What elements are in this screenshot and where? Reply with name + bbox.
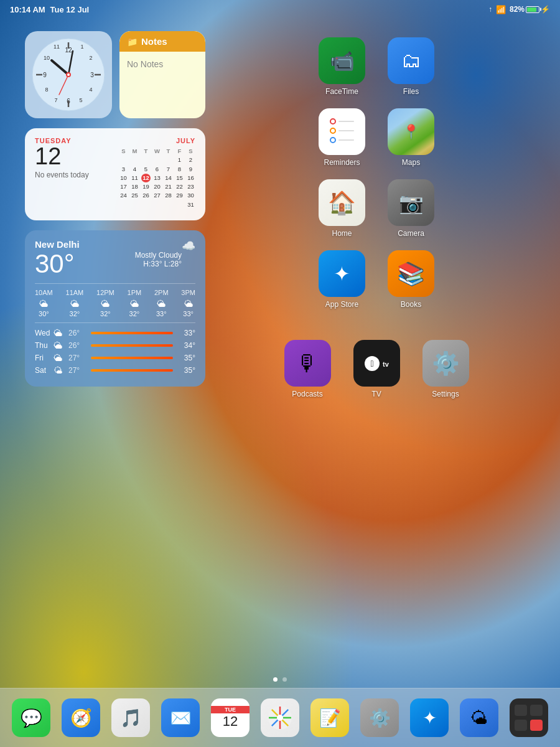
cal-month-section: JULY S M T W T F S	[119, 137, 195, 209]
home-label: Home	[332, 229, 352, 238]
cal-header-m: M	[130, 147, 139, 156]
app-row-3: 🏠 Home 📷 Camera	[218, 179, 535, 238]
music-symbol: 🎵	[120, 708, 142, 728]
camera-app[interactable]: 📷 Camera	[388, 179, 434, 238]
svg-text:5: 5	[79, 97, 82, 103]
dock-notes[interactable]: 📝	[310, 698, 349, 737]
podcasts-symbol: 🎙	[296, 350, 319, 377]
weather-dock-symbol: 🌤	[470, 708, 488, 728]
weather-hour-3pm: 3PM 🌥 33°	[181, 289, 195, 317]
app-row-2: Reminders 📍 Maps	[218, 108, 535, 167]
maps-label: Maps	[402, 158, 420, 167]
clock-face: 12 3 6 9 1 2 4 5 7 8 10 11	[31, 37, 106, 112]
reminders-app[interactable]: Reminders	[319, 108, 365, 167]
settings-dock-symbol: ⚙️	[369, 708, 391, 728]
cal-header-w: W	[152, 147, 162, 156]
dock-multiwindow[interactable]	[510, 698, 548, 737]
weather-description: Mostly Cloudy	[135, 251, 182, 260]
files-label: Files	[403, 87, 419, 96]
files-symbol: 🗂	[401, 49, 421, 72]
dock-appstore[interactable]: ✦	[410, 698, 449, 737]
maps-app[interactable]: 📍 Maps	[388, 108, 434, 167]
charging-icon: ⚡	[541, 5, 550, 14]
appstore-app[interactable]: ✦ App Store	[319, 250, 365, 309]
appstore-symbol: ✦	[334, 262, 350, 286]
left-column: 12 3 6 9 1 2 4 5 7 8 10 11	[25, 31, 205, 675]
settings-app[interactable]: ⚙️ Settings	[422, 340, 469, 398]
dock-mail[interactable]: ✉️	[161, 698, 200, 737]
dock-photos[interactable]	[261, 698, 299, 737]
cal-grid-header-row: S M T W T F S	[119, 147, 195, 156]
home-app[interactable]: 🏠 Home	[319, 179, 365, 238]
podcasts-app[interactable]: 🎙 Podcasts	[284, 340, 331, 398]
dock-settings[interactable]: ⚙️	[360, 698, 399, 737]
clock-widget[interactable]: 12 3 6 9 1 2 4 5 7 8 10 11	[25, 31, 112, 118]
dock-weather[interactable]: 🌤	[460, 698, 498, 737]
status-date: Tue 12 Jul	[50, 5, 90, 14]
status-time: 10:14 AM	[10, 5, 45, 14]
settings-label: Settings	[432, 390, 459, 398]
appstore-icon: ✦	[319, 250, 365, 297]
cal-header-s2: S	[186, 147, 195, 156]
notes-dock-icon: 📝	[310, 698, 349, 737]
svg-text:9: 9	[43, 72, 47, 78]
camera-label: Camera	[398, 229, 424, 238]
calendar-widget[interactable]: TUESDAY 12 No events today JULY S M T W …	[25, 128, 205, 220]
cal-week-6: 31	[119, 200, 195, 209]
weather-hourly: 10AM 🌥 30° 11AM 🌥 32° 12PM 🌥 32° 1PM 🌥	[35, 283, 195, 323]
notes-title: Notes	[141, 36, 167, 47]
tv-app[interactable]:  tv TV	[353, 340, 400, 398]
cal-header-t2: T	[164, 147, 173, 156]
notes-content: No Notes	[127, 59, 163, 69]
weather-widget[interactable]: New Delhi ☁️ 30° Mostly Cloudy H:33° L:2…	[25, 230, 205, 387]
right-column: 📹 FaceTime 🗂 Files	[218, 31, 535, 675]
notes-dock-symbol: 📝	[319, 708, 341, 728]
facetime-app[interactable]: 📹 FaceTime	[319, 37, 365, 96]
battery-percentage: 82%	[510, 5, 525, 14]
cal-header-f: F	[175, 147, 184, 156]
camera-symbol: 📷	[399, 191, 424, 215]
mail-dock-icon: ✉️	[161, 698, 200, 737]
dock-calendar[interactable]: TUE 12	[211, 698, 250, 737]
files-app[interactable]: 🗂 Files	[388, 37, 434, 96]
weather-cloud-icon: ☁️	[182, 239, 195, 253]
cal-week-3: 10 11 12 13 14 15 16	[119, 174, 195, 182]
weather-hour-2pm: 2PM 🌥 33°	[154, 289, 169, 317]
dock-safari[interactable]: 🧭	[62, 698, 100, 737]
svg-text:1: 1	[80, 44, 83, 50]
app-row-4: ✦ App Store 📚 Books	[218, 250, 535, 309]
mail-symbol: ✉️	[170, 708, 192, 728]
status-left: 10:14 AM Tue 12 Jul	[10, 5, 89, 14]
weather-hour-1pm: 1PM 🌥 32°	[128, 289, 142, 317]
weather-condition: Mostly Cloudy H:33° L:28°	[135, 251, 182, 268]
multiwindow-dock-icon	[510, 698, 548, 737]
weather-day-wed: Wed 🌥 26° 33°	[35, 328, 195, 338]
weather-hour-12pm: 12PM 🌥 32°	[96, 289, 114, 317]
cal-header-t: T	[141, 147, 151, 156]
dock-music[interactable]: 🎵	[111, 698, 150, 737]
svg-text:6: 6	[67, 98, 70, 105]
svg-text:3: 3	[90, 72, 94, 78]
facetime-label: FaceTime	[325, 87, 358, 96]
cal-week-2: 3 4 5 6 7 8 9	[119, 165, 195, 174]
cal-date-num: 12	[35, 144, 89, 168]
weather-location: New Delhi ☁️	[35, 239, 195, 250]
app-row-1: 📹 FaceTime 🗂 Files	[218, 37, 535, 96]
dock-messages[interactable]: 💬	[12, 698, 50, 737]
facetime-icon: 📹	[319, 37, 365, 84]
weather-hi-lo: H:33° L:28°	[135, 260, 182, 268]
cal-month-name: JULY	[119, 137, 195, 144]
location-icon: ↑	[488, 5, 492, 14]
camera-icon: 📷	[388, 179, 434, 226]
wifi-icon: 📶	[496, 5, 506, 14]
settings-dock-icon: ⚙️	[360, 698, 399, 737]
calendar-dock-date: 12	[223, 713, 238, 730]
appstore-dock-icon: ✦	[410, 698, 449, 737]
books-icon: 📚	[388, 250, 434, 297]
status-right: ↑ 📶 82% ⚡	[488, 5, 550, 14]
weather-day-thu: Thu 🌥 26° 34°	[35, 341, 195, 350]
facetime-symbol: 📹	[330, 49, 355, 73]
notes-widget[interactable]: 📁 Notes No Notes	[119, 31, 205, 118]
books-app[interactable]: 📚 Books	[388, 250, 434, 309]
battery-fill	[527, 7, 536, 12]
